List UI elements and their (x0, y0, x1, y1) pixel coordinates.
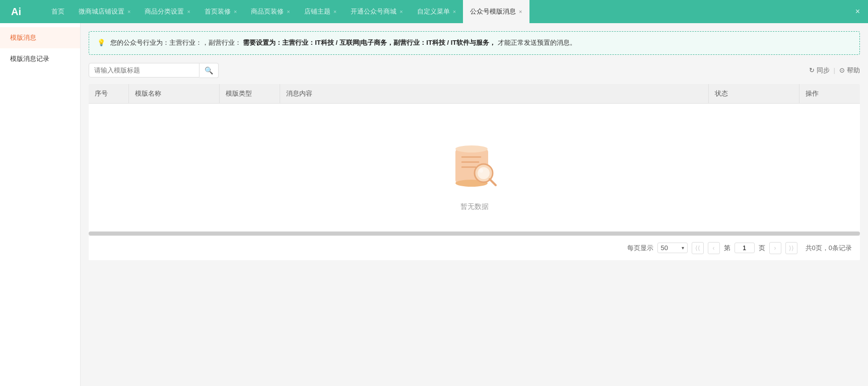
page-label-prefix: 第 (724, 244, 730, 253)
empty-state: 暂无数据 (89, 104, 860, 231)
search-bar: 🔍 ↻ 同步 | ⊙ 帮助 (89, 63, 860, 78)
scrollbar-thumb[interactable] (89, 231, 860, 236)
svg-point-10 (479, 169, 483, 173)
tab-product-decor-label: 商品页装修 (251, 7, 284, 16)
last-page-button[interactable]: ⟩⟩ (785, 242, 797, 254)
sync-icon: ↻ (809, 66, 815, 74)
tab-product-decor-close[interactable]: × (287, 9, 290, 15)
action-divider: | (834, 66, 835, 74)
logo: Ai (4, 0, 44, 23)
tab-custom-menu-close[interactable]: × (453, 9, 456, 15)
search-icon: 🔍 (205, 66, 213, 74)
notice-highlight: 需要设置为：主营行业：IT科技 / 互联网|电子商务，副营行业：IT科技 / I… (243, 39, 496, 46)
logo-text: Ai (11, 6, 21, 18)
tab-shop-theme[interactable]: 店铺主题 × (297, 0, 344, 23)
tab-home-decor[interactable]: 首页装修 × (197, 0, 244, 23)
table-header: 序号 模版名称 模版类型 消息内容 状态 操作 (89, 84, 860, 104)
tab-open-mall[interactable]: 开通公众号商城 × (344, 0, 410, 23)
help-button[interactable]: ⊙ 帮助 (839, 66, 860, 75)
page-number-input[interactable] (735, 243, 755, 253)
tab-product-decor[interactable]: 商品页装修 × (244, 0, 297, 23)
data-table: 序号 模版名称 模版类型 消息内容 状态 操作 (89, 84, 860, 260)
col-content: 消息内容 (280, 84, 709, 103)
prev-page-button[interactable]: ‹ (708, 242, 720, 254)
top-navbar: Ai 首页 微商城店铺设置 × 商品分类设置 × 首页装修 × 商品页装修 × … (0, 0, 868, 23)
notice-box: 💡 您的公众号行业为：主营行业：，副营行业： 需要设置为：主营行业：IT科技 /… (89, 31, 860, 55)
tab-product-category[interactable]: 商品分类设置 × (138, 0, 197, 23)
main-layout: 模版消息 模版消息记录 💡 您的公众号行业为：主营行业：，副营行业： 需要设置为… (0, 23, 868, 386)
tab-wechat-shop-close[interactable]: × (127, 9, 130, 15)
col-name: 模版名称 (129, 84, 220, 103)
search-actions: ↻ 同步 | ⊙ 帮助 (809, 66, 860, 75)
page-size-select[interactable]: 50 ▾ (657, 243, 688, 253)
notice-icon: 💡 (97, 38, 105, 48)
col-action: 操作 (799, 84, 860, 103)
search-button[interactable]: 🔍 (199, 63, 219, 78)
empty-text: 暂无数据 (460, 202, 489, 211)
empty-illustration (444, 134, 505, 194)
first-page-button[interactable]: ⟨⟨ (692, 242, 704, 254)
sync-button[interactable]: ↻ 同步 (809, 66, 830, 75)
notice-prefix: 您的公众号行业为：主营行业：，副营行业： (110, 39, 241, 46)
col-type: 模版类型 (220, 84, 280, 103)
tab-product-category-close[interactable]: × (187, 9, 190, 15)
tab-custom-menu-label: 自定义菜单 (417, 7, 450, 16)
tab-home-decor-label: 首页装修 (205, 7, 231, 16)
col-index: 序号 (89, 84, 129, 103)
tab-product-category-label: 商品分类设置 (145, 7, 184, 16)
tab-home-label: 首页 (51, 7, 64, 16)
tab-template-msg-label: 公众号模版消息 (470, 7, 516, 16)
tab-home[interactable]: 首页 (44, 0, 72, 23)
notice-suffix: 才能正常发送预置的消息。 (498, 39, 576, 46)
horizontal-scrollbar[interactable] (89, 231, 860, 236)
sidebar-item-template-message-log[interactable]: 模版消息记录 (0, 48, 80, 69)
sidebar: 模版消息 模版消息记录 (0, 23, 81, 386)
col-status: 状态 (709, 84, 799, 103)
tab-template-msg-close[interactable]: × (519, 9, 522, 15)
sidebar-item-template-message-log-label: 模版消息记录 (10, 55, 49, 62)
tab-custom-menu[interactable]: 自定义菜单 × (410, 0, 463, 23)
search-input[interactable] (89, 63, 199, 78)
page-size-value: 50 (661, 244, 668, 252)
tab-open-mall-label: 开通公众号商城 (351, 7, 396, 16)
tab-home-decor-close[interactable]: × (234, 9, 237, 15)
content-area: 💡 您的公众号行业为：主营行业：，副营行业： 需要设置为：主营行业：IT科技 /… (81, 23, 868, 386)
total-info: 共0页，0条记录 (806, 244, 852, 253)
tab-template-msg[interactable]: 公众号模版消息 × (463, 0, 529, 23)
sidebar-item-template-message-label: 模版消息 (10, 34, 36, 41)
tab-wechat-shop-label: 微商城店铺设置 (79, 7, 124, 16)
svg-point-8 (478, 167, 490, 179)
global-close-button[interactable]: × (851, 7, 864, 16)
pagination: 每页显示 50 ▾ ⟨⟨ ‹ 第 页 › ⟩⟩ 共0页，0条记录 (89, 236, 860, 260)
svg-point-2 (455, 145, 488, 152)
tab-shop-theme-close[interactable]: × (333, 9, 337, 15)
page-label-suffix: 页 (759, 244, 765, 253)
help-icon: ⊙ (839, 66, 845, 74)
sidebar-item-template-message[interactable]: 模版消息 (0, 27, 80, 48)
tab-wechat-shop[interactable]: 微商城店铺设置 × (72, 0, 138, 23)
next-page-button[interactable]: › (769, 242, 781, 254)
tab-shop-theme-label: 店铺主题 (304, 7, 330, 16)
help-label: 帮助 (847, 66, 860, 75)
chevron-down-icon: ▾ (682, 245, 684, 251)
tab-open-mall-close[interactable]: × (399, 9, 403, 15)
svg-line-9 (490, 179, 496, 185)
page-size-label: 每页显示 (627, 244, 653, 253)
sync-label: 同步 (817, 66, 830, 75)
